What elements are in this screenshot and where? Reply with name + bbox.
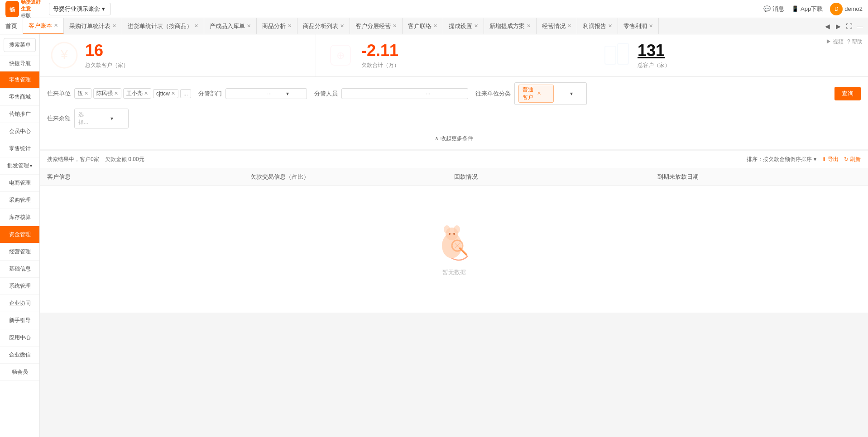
sidebar-item-new-user-guide[interactable]: 新手引导 <box>0 312 39 329</box>
sidebar-item-vip-member[interactable]: 畅会员 <box>0 364 39 381</box>
export-label: 导出 <box>828 156 839 163</box>
tab-inbound-close[interactable]: ✕ <box>194 23 198 29</box>
message-label: 消息 <box>772 5 784 13</box>
unit-class-select[interactable]: 普通客户 ✕ ▾ <box>514 82 587 105</box>
account-selector[interactable]: 母婴行业演示账套 ▾ <box>49 3 111 15</box>
tab-customer-account[interactable]: 客户账本 ✕ <box>23 18 64 34</box>
sidebar-item-marketing[interactable]: 营销推广 <box>0 106 39 123</box>
sidebar-item-inventory-check[interactable]: 库存核算 <box>0 209 39 226</box>
play-icon: ▶ <box>826 38 831 45</box>
help-icon: ? <box>847 38 850 45</box>
toolbar-right: 排序：按欠款金额倒序排序 ▾ ⬆ 导出 ↻ 刷新 <box>747 156 861 163</box>
sidebar-item-basic-info[interactable]: 基础信息 <box>0 261 39 278</box>
query-btn[interactable]: 查询 <box>834 87 861 100</box>
tab-operation-close[interactable]: ✕ <box>567 23 571 29</box>
filter-row-1: 往来单位 伍 ✕ 陈民强 ✕ 王小亮 ✕ cjttcw <box>47 82 861 105</box>
remove-chenminqiang-tag[interactable]: ✕ <box>114 90 118 96</box>
sort-chevron-icon: ▾ <box>814 156 816 162</box>
stat-info-total-customers: 131 总客户（家） <box>638 42 857 69</box>
col-repay-info: 回款情况 <box>454 173 657 181</box>
balance-chevron: ▾ <box>110 115 125 122</box>
mobile-icon: 📱 <box>791 5 799 12</box>
sidebar-item-enterprise-wechat[interactable]: 企业微信 <box>0 347 39 364</box>
message-btn[interactable]: 💬 消息 <box>763 5 784 13</box>
sidebar-item-batch-mgmt[interactable]: 批发管理 ▾ <box>0 157 39 175</box>
tab-new-mention-plan[interactable]: 新增提成方案 ✕ <box>484 18 537 34</box>
tab-operation-status[interactable]: 经营情况 ✕ <box>537 18 577 34</box>
sidebar-item-app-center[interactable]: 应用中心 <box>0 329 39 347</box>
sidebar-item-system-mgmt[interactable]: 系统管理 <box>0 278 39 295</box>
tab-maximize[interactable]: ⛶ <box>844 22 854 31</box>
sidebar-item-operation-mgmt[interactable]: 经营管理 <box>0 243 39 261</box>
tab-scroll-left[interactable]: ◀ <box>823 22 832 31</box>
tab-product-inbound-close[interactable]: ✕ <box>247 23 251 29</box>
tab-home[interactable]: 首页 <box>0 18 23 34</box>
sidebar-item-member-center[interactable]: 会员中心 <box>0 123 39 140</box>
empty-text: 暂无数据 <box>442 268 466 276</box>
user-profile[interactable]: D demo2 <box>830 3 863 15</box>
quick-nav-btn[interactable]: 快捷导航 <box>0 56 39 71</box>
remove-wangxiaoliang-tag[interactable]: ✕ <box>144 90 148 96</box>
tab-product-analysis-close[interactable]: ✕ <box>288 23 292 29</box>
tab-customer-contact[interactable]: 客户联络 ✕ <box>403 18 443 34</box>
sidebar-item-capital-mgmt[interactable]: 资金管理 <box>0 226 39 243</box>
svg-text:¥: ¥ <box>60 48 68 62</box>
remove-cjttcw-tag[interactable]: ✕ <box>171 90 175 96</box>
export-btn[interactable]: ⬆ 导出 <box>822 156 839 163</box>
help-link[interactable]: ? 帮助 <box>847 38 863 46</box>
stat-value-customers: 16 <box>85 42 305 60</box>
tab-purchase-order-stats[interactable]: 采购订单统计表 ✕ <box>64 18 122 34</box>
app-download-btn[interactable]: 📱 App下载 <box>791 5 823 13</box>
refresh-btn[interactable]: ↻ 刷新 <box>844 156 861 163</box>
tab-product-analysis[interactable]: 商品分析 ✕ <box>257 18 297 34</box>
tab-profit-report-close[interactable]: ✕ <box>608 23 612 29</box>
tab-mention-settings-close[interactable]: ✕ <box>474 23 478 29</box>
tab-product-inbound[interactable]: 产成品入库单 ✕ <box>204 18 257 34</box>
tab-retail-profit-label: 零售利润 <box>623 22 647 30</box>
filter-tag-cjttcw: cjttcw ✕ <box>153 89 178 98</box>
remove-normal-customer-tag[interactable]: ✕ <box>537 90 550 96</box>
tab-purchase-order-close[interactable]: ✕ <box>112 23 116 29</box>
dept-select[interactable]: ··· ▾ <box>225 88 307 99</box>
person-select[interactable]: ··· <box>341 88 468 99</box>
tab-customer-segment-close[interactable]: ✕ <box>393 23 397 29</box>
tab-home-label: 首页 <box>5 22 17 30</box>
sidebar-item-enterprise-coop[interactable]: 企业协同 <box>0 295 39 312</box>
filter-tag-chenminqiang: 陈民强 ✕ <box>93 88 121 99</box>
sidebar-item-ecommerce-mgmt[interactable]: 电商管理 <box>0 175 39 192</box>
tab-customer-segment[interactable]: 客户分层经营 ✕ <box>350 18 403 34</box>
chevron-icon: ▾ <box>30 163 32 168</box>
tab-customer-account-close[interactable]: ✕ <box>54 23 58 28</box>
sidebar-item-retail-stats[interactable]: 零售统计 <box>0 140 39 157</box>
remove-wu-tag[interactable]: ✕ <box>84 90 88 96</box>
sort-selector[interactable]: 排序：按欠款金额倒序排序 ▾ <box>747 156 816 163</box>
tab-product-analysis-list-close[interactable]: ✕ <box>340 23 344 29</box>
message-icon: 💬 <box>763 5 771 12</box>
tab-retail-profit-close[interactable]: ✕ <box>649 23 653 29</box>
tab-mention-settings[interactable]: 提成设置 ✕ <box>443 18 484 34</box>
video-link[interactable]: ▶ 视频 <box>826 38 844 46</box>
svg-point-10 <box>444 225 450 233</box>
person-more-icon: ··· <box>426 90 464 97</box>
tab-product-analysis-list[interactable]: 商品分析列表 ✕ <box>297 18 350 34</box>
sidebar-item-retail-mgmt[interactable]: 零售管理 <box>0 71 39 89</box>
more-tags-btn[interactable]: ... <box>180 89 191 98</box>
table-header: 客户信息 欠款交易信息（占比） 回款情况 到期未放款日期 <box>40 168 868 186</box>
tab-profit-report[interactable]: 利润报告 ✕ <box>577 18 618 34</box>
top-header: 畅 畅捷通好生意 标版 母婴行业演示账套 ▾ 💬 消息 📱 App下载 D de… <box>0 0 868 18</box>
search-menu-btn[interactable]: 搜索菜单 <box>4 38 36 52</box>
sidebar-item-retail-mall[interactable]: 零售商城 <box>0 89 39 106</box>
tab-product-analysis-label: 商品分析 <box>262 22 286 30</box>
balance-select[interactable]: 选择... ▾ <box>74 109 129 128</box>
tab-minimize[interactable]: — <box>855 22 864 31</box>
stat-card-customers: ¥ 16 总欠款客户（家） <box>40 34 316 76</box>
tab-new-mention-plan-close[interactable]: ✕ <box>527 23 531 29</box>
collapse-btn[interactable]: ∧ 收起更多条件 <box>47 132 861 143</box>
tab-inbound-stats[interactable]: 进货单统计表（按商品） ✕ <box>122 18 204 34</box>
tab-scroll-right[interactable]: ▶ <box>834 22 843 31</box>
unit-class-label: 往来单位分类 <box>475 90 511 98</box>
sidebar-item-purchase-mgmt[interactable]: 采购管理 <box>0 192 39 209</box>
tab-customer-contact-close[interactable]: ✕ <box>433 23 437 29</box>
sort-label: 排序：按欠款金额倒序排序 <box>747 156 812 163</box>
tab-retail-profit[interactable]: 零售利润 ✕ <box>618 18 659 34</box>
